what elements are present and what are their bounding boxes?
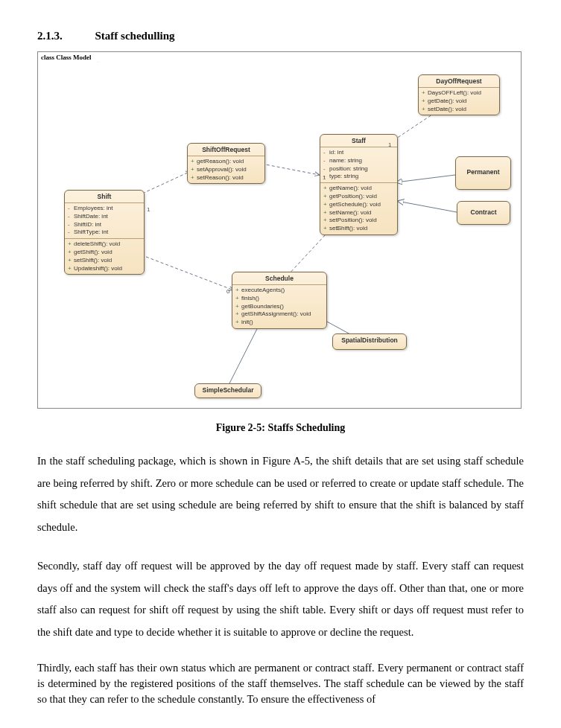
method: getReason(): void bbox=[197, 158, 244, 165]
svg-line-8 bbox=[229, 320, 262, 383]
class-staff: Staff -id: int -name: string -position: … bbox=[320, 134, 398, 235]
attr: ShiftDate: int bbox=[74, 213, 108, 220]
class-schedule: Schedule +executeAgents() +finish() +get… bbox=[232, 272, 327, 329]
section-title: Staff schedulling bbox=[95, 30, 175, 42]
class-title: Contract bbox=[457, 202, 510, 218]
class-title: ShiftOffRequest bbox=[188, 144, 264, 156]
paragraph-3: Thirdly, each staff has their own status… bbox=[37, 660, 524, 707]
class-dayoffrequest: DayOffRequest +DaysOFFLeft(): void +getD… bbox=[418, 74, 500, 115]
attr: position: string bbox=[329, 165, 368, 172]
class-title: DayOffRequest bbox=[419, 75, 499, 88]
uml-diagram-frame: class Class Model DayOffRequest bbox=[37, 51, 522, 409]
paragraph-1: In the staff scheduling package, which i… bbox=[37, 450, 524, 539]
attr: ShiftType: int bbox=[74, 229, 108, 235]
method: deleteShift(): void bbox=[74, 240, 120, 247]
method: getShiftAssignment(): void bbox=[241, 310, 311, 317]
multiplicity-label: 1 bbox=[388, 141, 391, 148]
svg-line-1 bbox=[262, 164, 320, 175]
multiplicity-label: 1 bbox=[323, 174, 326, 181]
method: setPosition(): void bbox=[329, 217, 377, 223]
class-title: Shift bbox=[65, 191, 144, 203]
method: setName(): void bbox=[329, 209, 371, 216]
class-simpleschedular: SimpleSchedular bbox=[194, 383, 262, 398]
class-title: Staff bbox=[320, 135, 397, 147]
method: getSchedule(): void bbox=[329, 201, 381, 208]
paragraph-2: Secondly, staff day off request will be … bbox=[37, 555, 524, 644]
class-title: Permanent bbox=[456, 157, 510, 178]
method: setDate(): void bbox=[428, 106, 466, 112]
method: Updateshift(): void bbox=[74, 265, 122, 272]
diagram-tab-label: class Class Model bbox=[37, 51, 98, 63]
figure-caption: Figure 2-5: Staffs Scheduling bbox=[37, 422, 524, 434]
class-permanent: Permanent bbox=[455, 156, 511, 190]
method: executeAgents() bbox=[241, 287, 285, 293]
class-spatialdistribution: SpatialDistribution bbox=[332, 333, 407, 350]
multiplicity-label: 1 bbox=[336, 225, 339, 232]
class-title: Schedule bbox=[232, 272, 326, 285]
method: getPosition(): void bbox=[329, 193, 377, 199]
multiplicity-label: 1 bbox=[147, 206, 150, 213]
section-heading: 2.1.3. Staff schedulling bbox=[37, 30, 524, 42]
attr: ShiftID: int bbox=[74, 221, 101, 228]
attr: name: string bbox=[329, 157, 362, 164]
method: getName(): void bbox=[329, 185, 372, 191]
method: getBoundaries() bbox=[241, 303, 284, 310]
svg-line-3 bbox=[146, 257, 234, 290]
method: setReason(): void bbox=[197, 174, 244, 181]
svg-line-6 bbox=[397, 201, 457, 212]
method: setShift(): void bbox=[74, 257, 112, 264]
class-title: SimpleSchedular bbox=[195, 384, 261, 396]
attr: Employees: int bbox=[74, 205, 112, 211]
method: getDate(): void bbox=[428, 98, 466, 104]
attr: id: int bbox=[329, 149, 343, 156]
section-number: 2.1.3. bbox=[37, 30, 63, 42]
method: setApproval(): void bbox=[197, 166, 247, 173]
multiplicity-label: 0 bbox=[226, 288, 229, 295]
method: setShift(): void bbox=[329, 225, 367, 232]
class-title: SpatialDistribution bbox=[333, 334, 406, 346]
class-shift: Shift -Employees: int -ShiftDate: int -S… bbox=[64, 190, 145, 275]
svg-line-2 bbox=[142, 171, 191, 194]
method: init() bbox=[241, 319, 253, 325]
class-shiftoffrequest: ShiftOffRequest +getReason(): void +setA… bbox=[187, 143, 265, 184]
method: DaysOFFLeft(): void bbox=[428, 89, 481, 96]
method: getShift(): void bbox=[74, 249, 112, 255]
svg-line-5 bbox=[396, 175, 455, 182]
class-contract: Contract bbox=[457, 201, 510, 225]
method: finish() bbox=[241, 295, 259, 301]
attr: type: string bbox=[329, 173, 358, 179]
